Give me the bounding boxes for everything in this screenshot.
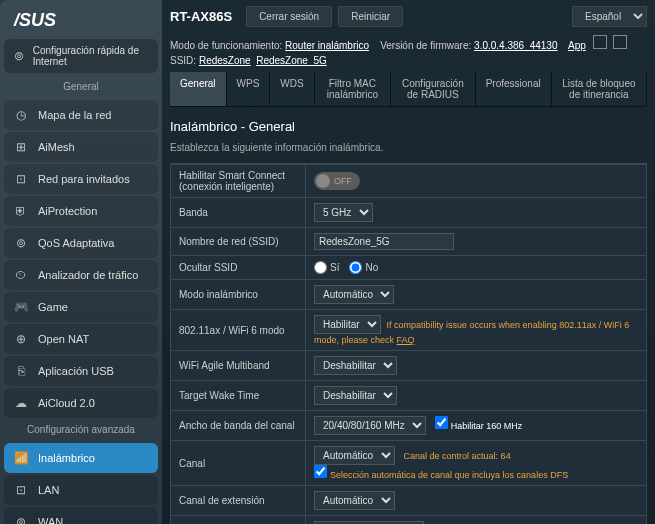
nav-icon: ⏲ (12, 266, 30, 284)
nav-label: Open NAT (38, 333, 89, 345)
page-subtitle: Establezca la siguiente información inal… (170, 142, 647, 164)
brand-logo: /SUS (4, 4, 158, 35)
ssid-24-link[interactable]: RedesZone (199, 55, 251, 66)
nav-icon: ⊕ (12, 330, 30, 348)
ext-select[interactable]: Automático (314, 491, 395, 510)
bw-160-label: Habilitar 160 MHz (451, 421, 523, 431)
tab-general[interactable]: General (170, 72, 227, 106)
ext-label: Canal de extensión (171, 486, 306, 516)
tab-lista-de-bloqueo-de-itinerancia[interactable]: Lista de bloqueo de itinerancia (552, 72, 647, 106)
twt-label: Target Wake Time (171, 381, 306, 411)
sidebar-item-game[interactable]: 🎮Game (4, 292, 158, 322)
nav-icon: ⎘ (12, 362, 30, 380)
sidebar-item-analizador-de-tráfico[interactable]: ⏲Analizador de tráfico (4, 260, 158, 290)
nav-label: Game (38, 301, 68, 313)
sidebar-item-aiprotection[interactable]: ⛨AiProtection (4, 196, 158, 226)
ssid-input[interactable] (314, 233, 454, 250)
nav-label: WAN (38, 516, 63, 524)
bw-label: Ancho de banda del canal (171, 411, 306, 441)
nav-label: Mapa de la red (38, 109, 111, 121)
language-select[interactable]: Español (572, 6, 647, 27)
nav-label: AiCloud 2.0 (38, 397, 95, 409)
nav-label: Analizador de tráfico (38, 269, 138, 281)
smart-connect-label: Habilitar Smart Connect (conexión inteli… (171, 165, 306, 198)
globe-icon: ⊚ (12, 47, 27, 65)
tab-configuración-de-radius[interactable]: Configuración de RADIUS (391, 72, 476, 106)
fw-link[interactable]: 3.0.0.4.386_44130 (474, 40, 557, 51)
ssid-label: SSID: (170, 55, 196, 66)
quick-setup-label: Configuración rápida de Internet (33, 45, 150, 67)
band-select[interactable]: 5 GHz (314, 203, 373, 222)
nav-label: AiMesh (38, 141, 75, 153)
bw-160-checkbox[interactable] (435, 416, 448, 429)
nav-icon: 📶 (12, 449, 30, 467)
sidebar-item-red-para-invitados[interactable]: ⊡Red para invitados (4, 164, 158, 194)
nav-label: Inalámbrico (38, 452, 95, 464)
faq-link[interactable]: FAQ (397, 335, 415, 345)
ssid-5-link[interactable]: RedesZone_5G (256, 55, 327, 66)
nav-label: QoS Adaptativa (38, 237, 114, 249)
sidebar-item-aimesh[interactable]: ⊞AiMesh (4, 132, 158, 162)
nav-label: Aplicación USB (38, 365, 114, 377)
agile-label: WiFi Agile Multiband (171, 351, 306, 381)
smart-connect-toggle[interactable]: OFF (314, 172, 360, 190)
nav-icon: ⊞ (12, 138, 30, 156)
nav-icon: ☁ (12, 394, 30, 412)
hide-ssid-label: Ocultar SSID (171, 256, 306, 280)
tab-professional[interactable]: Professional (476, 72, 552, 106)
sidebar-item-lan[interactable]: ⊡LAN (4, 475, 158, 505)
ax-label: 802.11ax / WiFi 6 modo (171, 310, 306, 351)
chan-label: Canal (171, 441, 306, 486)
sidebar-item-aplicación-usb[interactable]: ⎘Aplicación USB (4, 356, 158, 386)
sidebar-item-open-nat[interactable]: ⊕Open NAT (4, 324, 158, 354)
dfs-label: Selección automática de canal que incluy… (330, 470, 568, 480)
app-link[interactable]: App (568, 40, 586, 51)
nav-icon: 🎮 (12, 298, 30, 316)
tab-wds[interactable]: WDS (270, 72, 314, 106)
nav-label: AiProtection (38, 205, 97, 217)
sidebar-item-inalámbrico[interactable]: 📶Inalámbrico (4, 443, 158, 473)
agile-select[interactable]: Deshabilitar (314, 356, 397, 375)
section-general: General (4, 77, 158, 98)
auth-label: Método de autenticación (171, 516, 306, 525)
chan-current: Canal de control actual: 64 (404, 451, 511, 461)
logout-button[interactable]: Cerrar sesión (246, 6, 332, 27)
nav-icon: ⊡ (12, 170, 30, 188)
sidebar-item-aicloud-2.0[interactable]: ☁AiCloud 2.0 (4, 388, 158, 418)
reboot-button[interactable]: Reiniciar (338, 6, 403, 27)
quick-setup-link[interactable]: ⊚ Configuración rápida de Internet (4, 39, 158, 73)
nav-label: Red para invitados (38, 173, 130, 185)
section-advanced: Configuración avanzada (4, 420, 158, 441)
chan-select[interactable]: Automático (314, 446, 395, 465)
ax-select[interactable]: Habilitar (314, 315, 381, 334)
mode-link[interactable]: Router inalámbrico (285, 40, 369, 51)
band-label: Banda (171, 198, 306, 228)
nav-icon: ⊚ (12, 513, 30, 524)
ssid-field-label: Nombre de red (SSID) (171, 228, 306, 256)
nav-icon: ◷ (12, 106, 30, 124)
nav-icon: ⊡ (12, 481, 30, 499)
notif-icon[interactable] (613, 35, 627, 49)
mode-field-label: Modo inalámbrico (171, 280, 306, 310)
app-icon[interactable] (593, 35, 607, 49)
nav-icon: ⛨ (12, 202, 30, 220)
model-name: RT-AX86S (170, 9, 232, 24)
mode-label: Modo de funcionamiento: (170, 40, 282, 51)
sidebar-item-mapa-de-la-red[interactable]: ◷Mapa de la red (4, 100, 158, 130)
hide-yes-radio[interactable]: Sí (314, 261, 339, 274)
page-title: Inalámbrico - General (170, 107, 647, 142)
sidebar-item-qos-adaptativa[interactable]: ⊚QoS Adaptativa (4, 228, 158, 258)
sidebar-item-wan[interactable]: ⊚WAN (4, 507, 158, 524)
mode-select[interactable]: Automático (314, 285, 394, 304)
fw-label: Versión de firmware: (380, 40, 471, 51)
dfs-checkbox[interactable] (314, 465, 327, 478)
nav-label: LAN (38, 484, 59, 496)
twt-select[interactable]: Deshabilitar (314, 386, 397, 405)
hide-no-radio[interactable]: No (349, 261, 378, 274)
tab-wps[interactable]: WPS (227, 72, 271, 106)
nav-icon: ⊚ (12, 234, 30, 252)
bw-select[interactable]: 20/40/80/160 MHz (314, 416, 426, 435)
tab-filtro-mac-inalámbrico[interactable]: Filtro MAC inalámbrico (315, 72, 391, 106)
